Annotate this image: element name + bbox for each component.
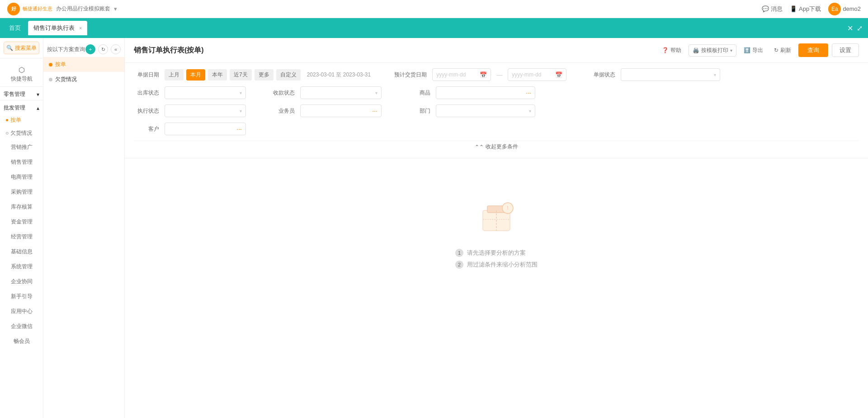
sidebar-item-new-guide[interactable]: 新手引导 [0,289,43,304]
inactive-dot [49,78,52,81]
download-icon: 📱 [790,5,797,12]
sidebar-item-wholesale-mgmt[interactable]: 批发管理 ▴ [0,100,43,114]
top-header: 好 畅捷通好生意 办公用品行业模拟账套 ▾ 💬 消息 📱 App下载 Ea de… [0,0,868,18]
sidebar-sub-item-press-order[interactable]: ● 按单 [0,114,43,127]
expand-window-btn[interactable]: ⤢ [857,24,863,33]
sidebar-item-vip[interactable]: 畅会员 [0,334,43,349]
nav-arrow[interactable]: ▾ [114,5,117,12]
add-scheme-btn[interactable]: + [85,44,95,54]
sidebar-item-system-mgmt[interactable]: 系统管理 [0,259,43,274]
scheme-item-arrears[interactable]: 欠货情况 [43,72,124,87]
out-status-arrow: ▾ [240,90,242,95]
enterprise-collab-label: 企业协同 [11,278,33,285]
settings-btn[interactable]: 设置 [832,43,859,57]
header-left: 好 畅捷通好生意 办公用品行业模拟账套 ▾ [7,3,117,15]
logo-icon: 好 [7,3,20,15]
header-right: 💬 消息 📱 App下载 Ea demo2 [762,3,861,15]
salesman-label: 业务员 [269,107,295,115]
tab-sales-exec[interactable]: 销售订单执行表 × [28,21,87,35]
close-window-btn[interactable]: ✕ [847,24,853,33]
sidebar-item-enterprise-wechat[interactable]: 企业微信 [0,319,43,334]
export-btn[interactable]: ⬆️ 导出 [740,45,767,56]
sales-mgmt-label: 销售管理 [11,158,33,166]
app-download-label: App下载 [799,5,821,13]
sidebar-item-finance-mgmt[interactable]: 资金管理 [0,214,43,229]
inventory-label: 库存核算 [11,203,33,211]
user-menu[interactable]: Ea demo2 [828,3,861,15]
filter-row-date: 单据日期 上月 本月 本年 近7天 更多 自定义 2023-03-01 至 20… [134,68,859,81]
date-btn-this-year[interactable]: 本年 [208,69,227,81]
sidebar-item-operation-mgmt[interactable]: 经营管理 [0,229,43,244]
sidebar-item-retail-mgmt[interactable]: 零售管理 ▾ [0,87,43,100]
press-order-label: 按单 [55,61,66,68]
tab-home[interactable]: 首页 [4,21,26,35]
collapse-btn[interactable]: ⌃⌃ 收起更多条件 [475,143,518,151]
sidebar-item-purchase-mgmt[interactable]: 采购管理 [0,185,43,200]
sidebar-sub-item-arrears[interactable]: ○ 欠货情况 [0,127,43,140]
date-btn-custom[interactable]: 自定义 [276,69,301,81]
sidebar-item-app-center[interactable]: 应用中心 [0,304,43,319]
sidebar-item-sales-mgmt[interactable]: 销售管理 [0,155,43,170]
page-content: 按以下方案查询 + ↻ « 按单 欠货情况 [43,38,868,418]
date-separator: — [496,71,502,78]
refresh-scheme-btn[interactable]: ↻ [98,44,108,54]
collapse-panel-btn[interactable]: « [111,44,121,54]
status-select[interactable]: ▾ [621,68,720,81]
message-label: 消息 [771,5,783,13]
sidebar: 🔍 搜索菜单 ⬡ 快捷导航 零售管理 ▾ 批发管理 ▴ [0,38,43,418]
retail-mgmt-arrow: ▾ [37,91,39,98]
salesman-select[interactable]: ··· [300,104,382,117]
wholesale-mgmt-arrow: ▴ [37,105,39,111]
tip-1-text: 请先选择要分析的方案 [467,249,526,257]
customer-select[interactable]: ··· [165,123,246,135]
finance-mgmt-label: 资金管理 [11,218,33,226]
date-btn-this-month[interactable]: 本月 [186,69,205,81]
sidebar-item-ecom-mgmt[interactable]: 电商管理 [0,170,43,185]
payment-status-select[interactable]: ▾ [300,86,382,99]
print-icon: 🖨️ [693,47,699,53]
system-mgmt-label: 系统管理 [11,263,33,271]
date-btn-last-month[interactable]: 上月 [165,69,184,81]
customer-label: 客户 [134,125,159,133]
help-btn[interactable]: ❓ 帮助 [658,45,685,56]
ecom-mgmt-label: 电商管理 [11,173,33,181]
left-panel-actions: + ↻ « [85,44,121,54]
search-btn[interactable]: 查询 [798,43,828,57]
product-label: 商品 [405,89,430,97]
out-status-select[interactable]: ▾ [165,86,246,99]
dept-select[interactable]: ▾ [436,104,535,117]
app-center-label: 应用中心 [11,308,33,315]
forecast-date-end[interactable]: yyyy-mm-dd 📅 [508,68,566,81]
sidebar-item-enterprise-collab[interactable]: 企业协同 [0,274,43,289]
app-download-btn[interactable]: 📱 App下载 [790,5,821,13]
date-btn-7days[interactable]: 近7天 [230,69,252,81]
avatar: Ea [828,3,841,15]
sidebar-item-basic-info[interactable]: 基础信息 [0,244,43,259]
calendar-icon-start: 📅 [480,71,487,78]
sidebar-item-inventory[interactable]: 库存核算 [0,200,43,214]
sidebar-item-quick-nav[interactable]: ⬡ 快捷导航 [0,62,43,86]
svg-text:!: ! [507,205,508,211]
page-title: 销售订单执行表(按单) [134,46,204,55]
enterprise-wechat-label: 企业微信 [11,323,33,330]
refresh-btn[interactable]: ↻ 刷新 [770,45,795,56]
product-select[interactable]: ··· [436,86,535,99]
empty-illustration: ! [474,195,519,240]
tab-home-label: 首页 [9,24,21,32]
message-btn[interactable]: 💬 消息 [762,5,783,13]
tab-close-btn[interactable]: × [79,25,82,31]
sidebar-item-marketing[interactable]: 营销推广 [0,140,43,155]
date-btn-more[interactable]: 更多 [255,69,274,81]
retail-mgmt-label: 零售管理 [4,90,25,98]
sidebar-group-retail: 零售管理 ▾ [0,86,43,100]
exec-status-select[interactable]: ▾ [165,104,246,117]
print-btn[interactable]: 🖨️ 按模板打印 ▾ [689,44,736,57]
search-menu-btn[interactable]: 🔍 搜索菜单 [4,42,39,54]
status-label: 单据状态 [590,71,615,79]
search-menu-label: 搜索菜单 [15,44,37,52]
scheme-item-press-order[interactable]: 按单 [43,57,124,72]
empty-tip-2: 2 用过滤条件来缩小分析范围 [455,261,538,269]
forecast-date-start[interactable]: yyyy-mm-dd 📅 [432,68,491,81]
collapse-row: ⌃⌃ 收起更多条件 [134,141,859,152]
forecast-end-placeholder: yyyy-mm-dd [512,71,541,78]
